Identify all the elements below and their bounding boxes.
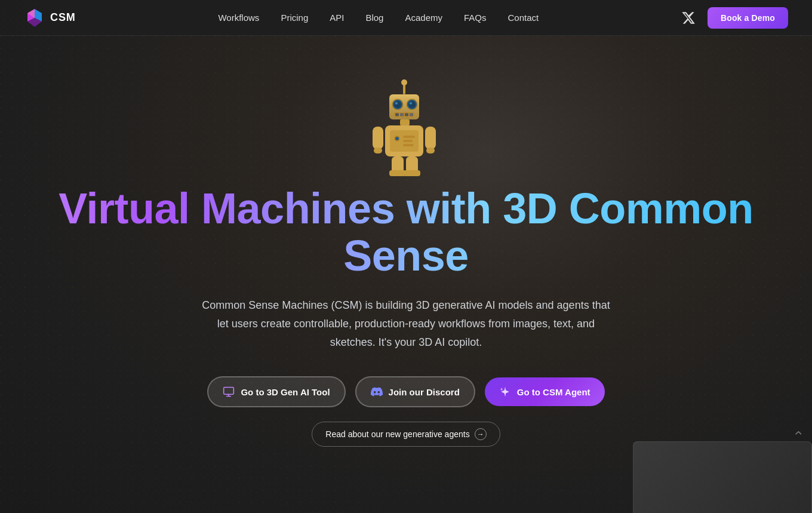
nav-link-faqs[interactable]: FAQs [464, 13, 487, 23]
x-twitter-icon[interactable] [681, 11, 696, 25]
logo[interactable]: CSM [24, 7, 76, 29]
cta-3d-tool-label: Go to 3D Gen AI Tool [241, 387, 330, 397]
nav-link-academy[interactable]: Academy [405, 13, 442, 23]
navbar: CSM Workflows Pricing API Blog Academy F… [0, 0, 812, 36]
svg-rect-17 [410, 113, 413, 116]
hero-subtitle: Common Sense Machines (CSM) is building … [197, 296, 615, 351]
svg-rect-25 [403, 144, 414, 146]
cta-agent-button[interactable]: Go to CSM Agent [485, 377, 605, 406]
arrow-circle-icon: → [475, 428, 487, 440]
bottom-device-preview [633, 441, 812, 513]
svg-point-8 [408, 101, 416, 108]
svg-rect-18 [400, 119, 410, 125]
nav-link-api[interactable]: API [330, 13, 344, 23]
robot-illustration [352, 72, 460, 179]
cta-3d-tool-button[interactable]: Go to 3D Gen AI Tool [207, 376, 345, 407]
cta-agent-label: Go to CSM Agent [517, 387, 590, 397]
svg-rect-33 [404, 170, 420, 176]
monitor-icon [223, 386, 235, 398]
book-demo-button[interactable]: Book a Demo [708, 7, 788, 29]
read-agents-text: Read about our new generative agents [325, 429, 469, 439]
robot-svg [352, 72, 460, 179]
svg-rect-29 [426, 148, 435, 153]
svg-point-9 [395, 102, 398, 105]
nav-right: Book a Demo [681, 7, 788, 29]
svg-rect-32 [389, 170, 406, 176]
svg-rect-34 [224, 388, 234, 395]
svg-rect-23 [403, 136, 415, 138]
svg-rect-28 [425, 127, 436, 149]
read-agents-link[interactable]: Read about our new generative agents → [312, 422, 500, 447]
hero-section: Virtual Machines with 3D Common Sense Co… [0, 36, 812, 447]
csm-logo-icon [24, 7, 45, 29]
svg-rect-14 [395, 113, 399, 116]
cta-buttons: Go to 3D Gen AI Tool Join our Discord Go… [207, 376, 604, 407]
svg-rect-15 [400, 113, 404, 116]
discord-icon [371, 386, 383, 398]
cta-discord-button[interactable]: Join our Discord [355, 376, 475, 407]
nav-links: Workflows Pricing API Blog Academy FAQs … [218, 13, 539, 23]
svg-point-7 [394, 101, 401, 108]
nav-link-pricing[interactable]: Pricing [281, 13, 308, 23]
scroll-indicator: › [789, 431, 806, 435]
svg-point-10 [410, 102, 412, 105]
svg-point-22 [395, 137, 399, 140]
nav-link-contact[interactable]: Contact [508, 13, 539, 23]
svg-rect-27 [374, 148, 382, 153]
svg-point-2 [401, 79, 407, 85]
hero-title: Virtual Machines with 3D Common Sense [0, 185, 812, 279]
cta-discord-label: Join our Discord [389, 387, 460, 397]
svg-rect-26 [373, 127, 383, 149]
nav-link-blog[interactable]: Blog [365, 13, 383, 23]
logo-text: CSM [50, 11, 76, 24]
sparkle-icon [499, 386, 511, 398]
nav-link-workflows[interactable]: Workflows [218, 13, 259, 23]
svg-rect-24 [403, 140, 413, 142]
svg-rect-16 [405, 113, 408, 116]
